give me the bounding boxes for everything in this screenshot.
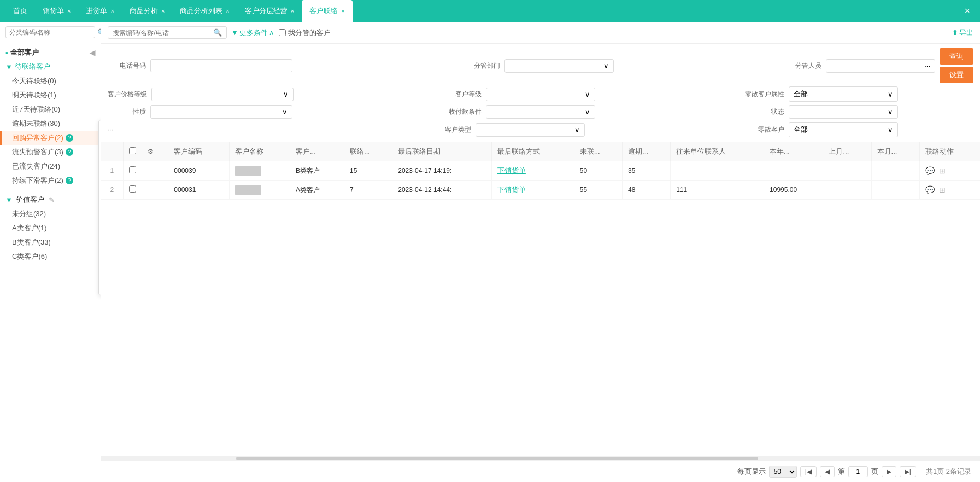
action-chat-icon[interactable]: 💬 bbox=[925, 166, 935, 175]
sidebar-item-overdue[interactable]: 逾期未联络(30) bbox=[0, 117, 101, 131]
page-number-input[interactable] bbox=[848, 466, 868, 477]
more-conditions-btn[interactable]: ▼ 更多条件 ∧ bbox=[231, 28, 274, 38]
retail-select[interactable]: 全部 ∨ bbox=[789, 122, 898, 137]
declining-help-icon[interactable]: ? bbox=[66, 177, 73, 184]
sidebar-item-declining[interactable]: 持续下滑客户(2) ? bbox=[0, 173, 101, 188]
col-last-date[interactable]: 最后联络日期 bbox=[392, 142, 492, 161]
col-this-year[interactable]: 本年... bbox=[764, 142, 823, 161]
price-level-select[interactable]: ∨ bbox=[151, 88, 294, 101]
col-settings[interactable]: ⚙ bbox=[142, 142, 168, 161]
cell-this-year: 10995.00 bbox=[764, 181, 823, 200]
sidebar-item-tomorrow[interactable]: 明天待联络(1) bbox=[0, 88, 101, 102]
col-last-method[interactable]: 最后联络方式 bbox=[491, 142, 574, 161]
table-body: 1 000039 -- B类客户 15 2023-04-17 14:19: 下销… bbox=[101, 161, 980, 200]
sidebar-item-7days[interactable]: 近7天待联络(0) bbox=[0, 102, 101, 117]
nav-tab-analysis-list[interactable]: 商品分析列表 × bbox=[172, 0, 237, 22]
app-close-button[interactable]: × bbox=[960, 5, 975, 17]
last-method-link[interactable]: 下销货单 bbox=[497, 185, 526, 194]
col-check bbox=[123, 142, 142, 161]
nav-tab-sales-close[interactable]: × bbox=[67, 8, 71, 14]
cell-check[interactable] bbox=[123, 161, 142, 181]
repurchase-help-icon[interactable]: ? bbox=[66, 134, 73, 142]
all-customers-title: ▪ 全部客户 ◀ bbox=[0, 43, 101, 60]
col-unit-contact[interactable]: 往来单位联系人 bbox=[671, 142, 764, 161]
edit-icon[interactable]: ✎ bbox=[49, 196, 55, 204]
pending-contact-group[interactable]: ▼ 待联络客户 bbox=[0, 60, 101, 74]
nav-tab-customer-contact-close[interactable]: × bbox=[341, 8, 344, 14]
col-code[interactable]: 客户编码 bbox=[168, 142, 229, 161]
sidebar-item-c-class[interactable]: C类客户(6) bbox=[0, 249, 101, 264]
last-page-btn[interactable]: ▶| bbox=[900, 466, 916, 477]
cell-last-date: 2023-04-17 14:19: bbox=[392, 161, 492, 181]
col-not-contact[interactable]: 未联... bbox=[574, 142, 622, 161]
retail-attr-select[interactable]: 全部 ∨ bbox=[789, 86, 898, 102]
sidebar-item-unclassified[interactable]: 未分组(32) bbox=[0, 207, 101, 221]
main-search-input[interactable] bbox=[113, 29, 211, 37]
main-search-icon[interactable]: 🔍 bbox=[213, 28, 222, 37]
col-overdue[interactable]: 逾期... bbox=[623, 142, 671, 161]
sidebar-search-input[interactable] bbox=[5, 26, 95, 38]
scrollbar-thumb[interactable] bbox=[236, 457, 758, 460]
action-grid-icon[interactable]: ⊞ bbox=[939, 185, 946, 194]
sidebar-item-repurchase[interactable]: 回购异常客户(2) ? bbox=[0, 131, 101, 145]
sidebar-collapse-btn[interactable]: ◀ bbox=[90, 49, 95, 57]
customer-level-select[interactable]: ∨ bbox=[486, 88, 595, 101]
payment-select[interactable]: ∨ bbox=[486, 105, 595, 119]
prev-page-btn[interactable]: ◀ bbox=[820, 466, 835, 477]
first-page-btn[interactable]: |◀ bbox=[800, 466, 817, 477]
col-name[interactable]: 客户名称 bbox=[229, 142, 290, 161]
col-this-month[interactable]: 本月... bbox=[871, 142, 919, 161]
bottom-scrollbar[interactable] bbox=[101, 456, 980, 461]
dept-select[interactable]: ∨ bbox=[504, 59, 614, 73]
nav-tab-analysis-list-close[interactable]: × bbox=[226, 8, 229, 14]
nav-tab-home[interactable]: 首页 bbox=[5, 0, 35, 22]
sidebar-search-area: 🔍 bbox=[0, 22, 101, 43]
lost-warning-help-icon[interactable]: ? bbox=[66, 148, 73, 156]
last-method-link[interactable]: 下销货单 bbox=[497, 166, 526, 175]
gender-label: 性质 bbox=[108, 107, 146, 117]
sidebar-search-button[interactable]: 🔍 bbox=[97, 28, 101, 37]
cell-check[interactable] bbox=[123, 181, 142, 200]
manager-select[interactable]: ··· bbox=[826, 59, 935, 73]
query-button[interactable]: 查询 bbox=[940, 48, 973, 65]
col-last-month[interactable]: 上月... bbox=[823, 142, 871, 161]
value-customers-group[interactable]: ▼ 价值客户 ✎ bbox=[0, 193, 101, 207]
col-type[interactable]: 客户... bbox=[290, 142, 344, 161]
action-chat-icon[interactable]: 💬 bbox=[925, 185, 935, 194]
sidebar-item-lost-warning[interactable]: 流失预警客户(3) ? bbox=[0, 145, 101, 159]
repurchase-area: 回购异常客户(2) ? 距客户上次交易时长，超过了此客户的平均交易周期的1.5倍… bbox=[0, 131, 101, 145]
status-select[interactable]: ∨ bbox=[789, 105, 898, 119]
nav-tab-purchase-close[interactable]: × bbox=[110, 8, 114, 14]
customer-type-select[interactable]: ∨ bbox=[476, 123, 585, 137]
table-row: 1 000039 -- B类客户 15 2023-04-17 14:19: 下销… bbox=[101, 161, 980, 181]
chevron-up-icon: ∧ bbox=[269, 28, 274, 37]
select-all-checkbox[interactable] bbox=[129, 147, 136, 154]
phone-input[interactable] bbox=[150, 59, 292, 72]
sidebar-item-b-class[interactable]: B类客户(33) bbox=[0, 235, 101, 249]
nav-tab-customer-tier-close[interactable]: × bbox=[291, 8, 294, 14]
filter-actions: 查询 设置 bbox=[940, 48, 973, 83]
sidebar-item-a-class[interactable]: A类客户(1) bbox=[0, 221, 101, 235]
nav-tab-customer-tier[interactable]: 客户分层经营 × bbox=[237, 0, 302, 22]
export-button[interactable]: ⬆ 导出 bbox=[952, 28, 973, 38]
next-page-btn[interactable]: ▶ bbox=[882, 466, 896, 477]
cell-this-month bbox=[871, 181, 919, 200]
col-contact[interactable]: 联络... bbox=[344, 142, 392, 161]
cell-type: B类客户 bbox=[290, 161, 344, 181]
page-size-select[interactable]: 50 100 200 bbox=[769, 466, 797, 478]
nav-tab-customer-contact[interactable]: 客户联络 × bbox=[302, 0, 352, 22]
nav-tab-analysis[interactable]: 商品分析 × bbox=[122, 0, 172, 22]
filter-bar: 🔍 ▼ 更多条件 ∧ 我分管的客户 ⬆ 导出 bbox=[101, 22, 980, 44]
nav-tab-analysis-close[interactable]: × bbox=[161, 8, 165, 14]
my-customers-check[interactable] bbox=[279, 29, 286, 36]
gender-select[interactable]: ∨ bbox=[150, 105, 292, 119]
reset-button[interactable]: 设置 bbox=[940, 67, 973, 83]
my-customers-checkbox[interactable]: 我分管的客户 bbox=[279, 28, 331, 38]
nav-tab-sales[interactable]: 销货单 × bbox=[35, 0, 78, 22]
sidebar-item-today[interactable]: 今天待联络(0) bbox=[0, 74, 101, 88]
nav-tab-purchase[interactable]: 进货单 × bbox=[78, 0, 121, 22]
row-checkbox[interactable] bbox=[129, 185, 136, 193]
row-checkbox[interactable] bbox=[129, 166, 136, 173]
action-grid-icon[interactable]: ⊞ bbox=[939, 166, 946, 175]
sidebar-item-already-lost[interactable]: 已流失客户(24) bbox=[0, 159, 101, 173]
